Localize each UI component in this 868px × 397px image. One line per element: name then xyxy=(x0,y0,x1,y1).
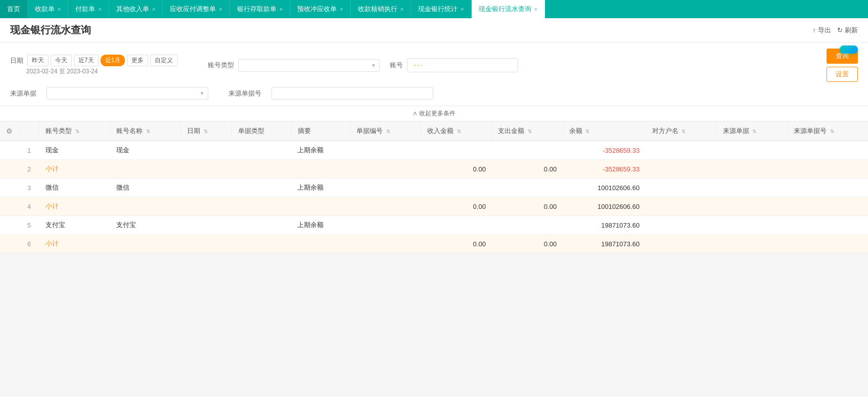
cell-income xyxy=(421,216,492,235)
column-row_num xyxy=(19,121,39,141)
table-row: 1现金现金上期余额-3528659.33 xyxy=(0,141,868,160)
cell-source-doc-num xyxy=(788,235,868,253)
page-header: 现金银行流水查询 ↑ 导出 ↻ 刷新 xyxy=(0,18,868,42)
cell-balance: 100102606.60 xyxy=(563,179,646,197)
column-doc_num[interactable]: 单据编号 ⇅ xyxy=(350,121,421,141)
export-button[interactable]: ↑ 导出 xyxy=(813,26,832,35)
close-icon[interactable]: × xyxy=(534,6,537,12)
cell-doc-num xyxy=(350,235,421,253)
date-btn-近1月[interactable]: 近1月 xyxy=(101,55,125,66)
cell-date xyxy=(181,235,232,253)
column-date[interactable]: 日期 ⇅ xyxy=(181,121,232,141)
cell-income xyxy=(421,141,492,160)
column-account_name[interactable]: 账号名称 ⇅ xyxy=(110,121,181,141)
close-icon[interactable]: × xyxy=(280,6,283,12)
cell-balance: 19871073.60 xyxy=(563,216,646,235)
cell-account-type: 小计 xyxy=(39,197,110,216)
close-icon[interactable]: × xyxy=(58,6,61,12)
close-icon[interactable]: × xyxy=(152,6,155,12)
column-counterpart[interactable]: 对方户名 ⇅ xyxy=(646,121,716,141)
nav-tab[interactable]: 现金银行统计× xyxy=(411,0,471,18)
cell-account-type: 小计 xyxy=(39,235,110,253)
ai-button[interactable] xyxy=(840,46,858,54)
nav-tab[interactable]: 预收冲应收单× xyxy=(290,0,350,18)
cell-income: 0.00 xyxy=(421,197,492,216)
nav-tab[interactable]: 付款单× xyxy=(68,0,109,18)
column-expense[interactable]: 支出金额 ⇅ xyxy=(492,121,563,141)
close-icon[interactable]: × xyxy=(340,6,343,12)
row-number: 2 xyxy=(19,160,39,179)
cell-doc-num xyxy=(350,160,421,179)
date-label: 日期 xyxy=(10,56,23,65)
cell-account-type: 现金 xyxy=(39,141,110,160)
nav-tab[interactable]: 应收应付调整单× xyxy=(163,0,230,18)
account-type-select[interactable]: ▾ xyxy=(238,59,380,72)
source-doc-num-input[interactable] xyxy=(271,87,433,100)
cell-source-doc xyxy=(716,141,787,160)
row-number: 4 xyxy=(19,197,39,216)
cell-doc-num xyxy=(350,141,421,160)
date-btn-自定义[interactable]: 自定义 xyxy=(150,55,177,66)
top-nav: 首页 收款单×付款单×其他收入单×应收应付调整单×银行存取款单×预收冲应收单×收… xyxy=(0,0,868,18)
date-btn-今天[interactable]: 今天 xyxy=(51,55,72,66)
cell-counterpart xyxy=(646,197,716,216)
sort-icon: ⇅ xyxy=(204,128,208,134)
nav-tab[interactable]: 收款核销执行× xyxy=(351,0,411,18)
column-account_type[interactable]: 账号类型 ⇅ xyxy=(39,121,110,141)
settings-button[interactable]: 设置 xyxy=(827,67,858,82)
cell-source-doc xyxy=(716,235,787,253)
account-input[interactable]: ··· xyxy=(407,58,518,72)
source-doc-num-label: 来源单据号 xyxy=(229,89,261,98)
cell-source-doc-num xyxy=(788,179,868,197)
page-title: 现金银行流水查询 xyxy=(10,23,91,37)
close-icon[interactable]: × xyxy=(219,6,222,12)
cell-counterpart xyxy=(646,235,716,253)
nav-tab[interactable]: 收款单× xyxy=(28,0,68,18)
cell-source-doc xyxy=(716,160,787,179)
row-number: 6 xyxy=(19,235,39,253)
date-btn-更多[interactable]: 更多 xyxy=(127,55,148,66)
account-more-icon[interactable]: ··· xyxy=(414,61,423,70)
source-doc-select[interactable]: ▾ xyxy=(47,87,208,100)
column-source_doc[interactable]: 来源单据 ⇅ xyxy=(716,121,787,141)
refresh-button[interactable]: ↻ 刷新 xyxy=(837,26,858,35)
cell-source-doc-num xyxy=(788,197,868,216)
cell-account-name: 现金 xyxy=(110,141,181,160)
source-doc-label: 来源单据 xyxy=(10,89,36,98)
cell-account-name xyxy=(110,160,181,179)
sort-icon: ⇅ xyxy=(457,128,461,134)
gear-icon[interactable]: ⚙ xyxy=(6,127,13,135)
cell-summary xyxy=(291,197,350,216)
column-source_doc_num[interactable]: 来源单据号 ⇅ xyxy=(788,121,868,141)
cell-summary xyxy=(291,160,350,179)
nav-tab[interactable]: 现金银行流水查询× xyxy=(472,0,545,18)
cell-date xyxy=(181,216,232,235)
sort-icon: ⇅ xyxy=(146,128,150,134)
cell-balance: -3528659.33 xyxy=(563,160,646,179)
filter-area: 日期 昨天今天近7天近1月更多自定义 2023-02-24 至 2023-03-… xyxy=(0,42,868,106)
cell-source-doc xyxy=(716,197,787,216)
collapse-icon: ∧ xyxy=(413,110,418,117)
table-row: 5支付宝支付宝上期余额19871073.60 xyxy=(0,216,868,235)
column-income[interactable]: 收入金额 ⇅ xyxy=(421,121,492,141)
cell-summary xyxy=(291,235,350,253)
cell-doc-type xyxy=(232,216,291,235)
cell-expense: 0.00 xyxy=(492,235,563,253)
collapse-bar[interactable]: ∧ 收起更多条件 xyxy=(0,106,868,121)
date-btn-近7天[interactable]: 近7天 xyxy=(74,55,99,66)
close-icon[interactable]: × xyxy=(461,6,464,12)
column-balance[interactable]: 余额 ⇅ xyxy=(563,121,646,141)
cell-expense xyxy=(492,179,563,197)
close-icon[interactable]: × xyxy=(98,6,101,12)
date-btn-昨天[interactable]: 昨天 xyxy=(27,55,49,66)
nav-tab[interactable]: 银行存取款单× xyxy=(230,0,290,18)
nav-home[interactable]: 首页 xyxy=(0,0,28,18)
close-icon[interactable]: × xyxy=(400,6,403,12)
cell-balance: 19871073.60 xyxy=(563,235,646,253)
sort-icon: ⇅ xyxy=(752,128,756,134)
nav-tab[interactable]: 其他收入单× xyxy=(109,0,163,18)
column-gear: ⚙ xyxy=(0,121,19,141)
sort-icon: ⇅ xyxy=(585,128,589,134)
cell-doc-num xyxy=(350,179,421,197)
cell-source-doc xyxy=(716,179,787,197)
